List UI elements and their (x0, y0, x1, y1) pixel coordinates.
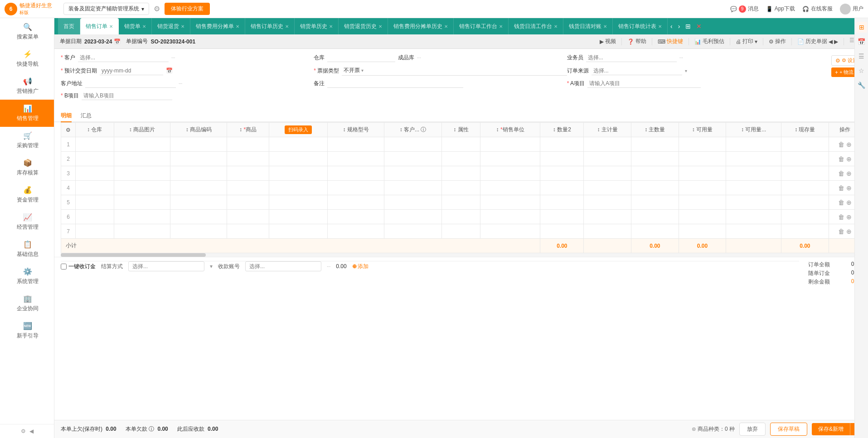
rp-star-icon[interactable]: ☆ (856, 65, 867, 76)
row-delete-icon[interactable]: 🗑 (838, 228, 844, 235)
tab-cash-reconcile[interactable]: 钱货日清对账 ✕ (563, 18, 613, 34)
tab-close-fee-history[interactable]: ✕ (444, 24, 448, 29)
tab-sales-return[interactable]: 销货单 ✕ (119, 18, 152, 34)
list-view-icon[interactable]: ☰ (849, 37, 854, 46)
sidebar-item-promo[interactable]: 📢 营销推广 (0, 72, 54, 100)
tab-order-workbench[interactable]: 销售订单工作台 ✕ (454, 18, 509, 34)
row-copy-icon[interactable]: ⊕ (846, 199, 852, 206)
message-btn[interactable]: 💬 9 消息 (730, 5, 759, 13)
save-draft-btn[interactable]: 保存草稿 (770, 423, 807, 436)
tab-sales-refund[interactable]: 销货退货 ✕ (152, 18, 190, 34)
tab-cash-workbench[interactable]: 钱货日清工作台 ✕ (509, 18, 563, 34)
scroll-thumb[interactable] (61, 253, 206, 257)
row-copy-icon[interactable]: ⊕ (846, 170, 852, 177)
row-delete-icon[interactable]: 🗑 (838, 141, 844, 148)
delivery-date-input[interactable] (100, 67, 163, 75)
tab-close-cash-workbench[interactable]: ✕ (554, 24, 558, 29)
tab-order-stats[interactable]: 销售订单统计表 ✕ (613, 18, 668, 34)
tab-close-sales-order[interactable]: ✕ (109, 24, 113, 29)
rp-expand-icon[interactable]: ⊞ (856, 22, 867, 33)
app-download-btn[interactable]: 📱 App下载 (766, 5, 795, 13)
rp-calendar-icon[interactable]: 📅 (856, 36, 867, 47)
sidebar-item-basic[interactable]: 📋 基础信息 (0, 236, 54, 263)
rp-list-icon[interactable]: ☰ (856, 51, 867, 62)
save-new-main-btn[interactable]: 保存&新增 (812, 423, 850, 435)
tab-close-sales-return[interactable]: ✕ (142, 24, 146, 29)
row-delete-icon[interactable]: 🗑 (838, 213, 844, 221)
row-delete-icon[interactable]: 🗑 (838, 199, 844, 206)
tab-next-btn[interactable]: › (675, 23, 683, 30)
tab-close-order-stats[interactable]: ✕ (658, 24, 662, 29)
warehouse-more-btn[interactable]: ··· (417, 55, 421, 60)
tab-home[interactable]: 首页 (58, 18, 80, 34)
address-more-btn[interactable]: ··· (179, 81, 182, 86)
sidebar-settings-icon[interactable]: ⚙ (21, 428, 26, 434)
tab-summary[interactable]: 汇总 (81, 110, 92, 122)
row-copy-icon[interactable]: ⊕ (846, 228, 852, 235)
warehouse-input[interactable] (327, 53, 395, 62)
tab-close-cash-reconcile[interactable]: ✕ (603, 24, 607, 29)
row-copy-icon[interactable]: ⊕ (846, 141, 852, 148)
tab-detail[interactable]: 明细 (61, 110, 72, 122)
a-project-input[interactable] (587, 79, 701, 88)
tab-fee-split[interactable]: 销售费用分摊单 ✕ (190, 18, 245, 34)
operations-btn[interactable]: ⚙ 操作 (769, 38, 786, 45)
settings-icon-btn[interactable]: ⚙ (154, 5, 160, 13)
row-copy-icon[interactable]: ⊕ (846, 184, 852, 192)
tab-fee-history[interactable]: 销售费用分摊单历史 ✕ (388, 18, 454, 34)
print-btn[interactable]: 🖨 打印 ▾ (736, 38, 757, 45)
tab-refund-history[interactable]: 销货退货历史 ✕ (339, 18, 388, 34)
scan-btn[interactable]: 扫码录入 (285, 125, 312, 134)
tab-close-fee-split[interactable]: ✕ (236, 24, 239, 29)
tab-close-sales-refund[interactable]: ✕ (181, 24, 184, 29)
shortcut-btn[interactable]: ⌨ 快捷键 (658, 38, 683, 45)
tab-prev-btn[interactable]: ‹ (668, 23, 675, 30)
customer-input[interactable] (78, 53, 169, 62)
row-copy-icon[interactable]: ⊕ (846, 213, 852, 221)
solution-btn[interactable]: 体验行业方案 (165, 3, 210, 15)
discard-btn[interactable]: 放弃 (739, 423, 766, 436)
sidebar-item-operations[interactable]: 📈 经营管理 (0, 208, 54, 236)
row-delete-icon[interactable]: 🗑 (838, 184, 844, 192)
sidebar-item-inventory[interactable]: 📦 库存核算 (0, 154, 54, 181)
rp-tool-icon[interactable]: 🔧 (856, 80, 867, 91)
one-click-checkout-checkbox[interactable]: 一键收订金 (61, 263, 96, 270)
tab-order-history[interactable]: 销售订单历史 ✕ (245, 18, 295, 34)
tab-more-btn[interactable]: ⊞ (683, 23, 693, 30)
invoice-type-select[interactable]: 不开票 ▾ (342, 66, 567, 76)
row-delete-icon[interactable]: 🗑 (838, 155, 844, 163)
payment-dropdown-icon[interactable]: ▾ (210, 263, 213, 270)
help-btn[interactable]: ❓ 帮助 (627, 38, 646, 45)
sidebar-item-guide[interactable]: 🆕 新手引导 (0, 317, 54, 344)
sidebar-item-purchase[interactable]: 🛒 采购管理 (0, 127, 54, 154)
tab-close-order-history[interactable]: ✕ (285, 24, 289, 29)
tab-close-refund-history[interactable]: ✕ (378, 24, 382, 29)
history-doc-btn[interactable]: 📄 历史单据 ◀ ▶ (797, 38, 838, 45)
tab-close-order-workbench[interactable]: ✕ (499, 24, 503, 29)
user-menu[interactable]: 用户 (840, 4, 863, 14)
staff-input[interactable] (586, 53, 677, 62)
col-settings[interactable]: ⚙ (61, 123, 76, 137)
remark-input[interactable] (327, 79, 463, 88)
row-copy-icon[interactable]: ⊕ (846, 155, 852, 163)
sidebar-item-system[interactable]: ⚙️ 系统管理 (0, 263, 54, 290)
staff-more-btn[interactable]: ··· (679, 55, 683, 60)
receipt-more-btn[interactable]: ··· (327, 264, 330, 269)
online-service-btn[interactable]: 🎧 在线客服 (802, 5, 833, 13)
view-btn[interactable]: ▶ 视频 (600, 38, 616, 45)
sidebar-item-quick[interactable]: ⚡ 快捷导航 (0, 45, 54, 72)
sidebar-collapse-icon[interactable]: ◀ (29, 428, 34, 434)
tab-close-all-btn[interactable]: ✕ (693, 23, 704, 30)
sidebar-item-enterprise[interactable]: 🏢 企业协同 (0, 290, 54, 317)
doc-date-calendar-icon[interactable]: 📅 (114, 39, 121, 45)
tab-close-return-history[interactable]: ✕ (329, 24, 333, 29)
horizontal-scrollbar[interactable] (61, 253, 862, 257)
tab-sales-order[interactable]: 销售订单 ✕ (80, 18, 119, 34)
b-project-input[interactable] (82, 91, 172, 100)
add-payment-btn[interactable]: ⊕ 添加 (352, 263, 369, 270)
tab-return-history[interactable]: 销货单历史 ✕ (295, 18, 339, 34)
sidebar-item-finance[interactable]: 💰 资金管理 (0, 181, 54, 208)
row-delete-icon[interactable]: 🗑 (838, 170, 844, 177)
sidebar-item-sales[interactable]: 📊 销售管理 (0, 100, 54, 127)
customer-address-input[interactable] (85, 79, 176, 88)
